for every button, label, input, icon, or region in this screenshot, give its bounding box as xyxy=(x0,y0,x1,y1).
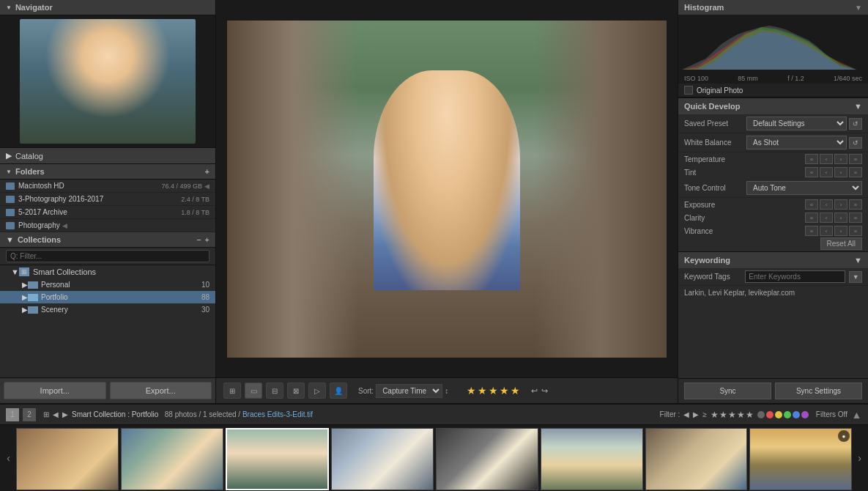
collections-minus-btn[interactable]: − xyxy=(196,235,201,244)
sort-label: Sort: xyxy=(358,387,374,395)
page-2-btn[interactable]: 2 xyxy=(23,408,36,421)
sort-select[interactable]: Capture Time File Name Rating xyxy=(376,384,442,398)
folder-photography-2017[interactable]: 3-Photography 2016-2017 2.4 / 8 TB xyxy=(0,193,215,206)
exp-dec-btn[interactable]: ‹ xyxy=(820,199,833,210)
keywording-label: Keywording xyxy=(684,256,730,265)
star-1: ★ xyxy=(467,385,476,396)
filter-dot-red[interactable] xyxy=(766,411,774,418)
catalog-header[interactable]: ▶ Catalog xyxy=(0,148,215,164)
smart-collections-icon: ⊞ xyxy=(19,267,29,276)
folders-add-btn[interactable]: + xyxy=(205,167,209,176)
white-balance-select[interactable]: As Shot xyxy=(746,136,847,149)
collections-header[interactable]: ▼ Collections − + xyxy=(0,232,215,248)
temp-dec-large-btn[interactable]: « xyxy=(805,154,818,164)
filter-dot-yellow[interactable] xyxy=(775,411,782,418)
filter-dot-gray[interactable] xyxy=(757,411,765,418)
navigate-fwd-btn[interactable]: ↪ xyxy=(541,386,548,396)
clarity-inc-btn[interactable]: › xyxy=(834,213,847,223)
temp-inc-large-btn[interactable]: » xyxy=(849,154,862,164)
navigate-back-btn[interactable]: ↩ xyxy=(531,386,538,396)
original-photo-checkbox[interactable] xyxy=(684,86,693,95)
clarity-dec-large-btn[interactable]: « xyxy=(805,213,818,223)
filmstrip-scroll-left[interactable]: ‹ xyxy=(3,428,14,488)
star-rating[interactable]: ★ ★ ★ ★ ★ xyxy=(467,385,520,396)
white-balance-reset-btn[interactable]: ↺ xyxy=(849,137,862,149)
filmstrip: 1 2 ⊞ ◀ ▶ Smart Collection : Portfolio 8… xyxy=(0,403,868,491)
reset-all-button[interactable]: Reset All xyxy=(820,237,862,250)
loupe-view-btn[interactable]: ▭ xyxy=(245,383,262,399)
temp-inc-btn[interactable]: › xyxy=(834,154,847,164)
collection-personal[interactable]: ▶ Personal 10 xyxy=(0,278,215,291)
compare-view-btn[interactable]: ⊟ xyxy=(266,383,283,399)
folder-photography[interactable]: Photography ◀ xyxy=(0,219,215,232)
photo-count: 88 photos / 1 selected / xyxy=(165,410,240,418)
filmstrip-thumb-3[interactable] xyxy=(226,428,330,490)
tint-row: Tint « ‹ › » xyxy=(678,166,868,179)
histogram-header[interactable]: Histogram ▼ xyxy=(678,0,868,15)
slideshow-btn[interactable]: ▷ xyxy=(308,383,326,399)
filter-stars[interactable]: ★ ★ ★ ★ ★ xyxy=(711,410,754,420)
collection-portfolio[interactable]: ▶ Portfolio 88 xyxy=(0,291,215,303)
saved-preset-select[interactable]: Default Settings xyxy=(746,117,847,130)
filter-dot-blue[interactable] xyxy=(793,411,800,418)
collection-count-portfolio: 88 xyxy=(201,293,209,301)
filter-fwd-btn[interactable]: ▶ xyxy=(693,410,699,418)
filmstrip-scroll-right[interactable]: › xyxy=(854,428,865,488)
vib-dec-large-btn[interactable]: « xyxy=(805,226,818,236)
sync-settings-button[interactable]: Sync Settings xyxy=(775,383,862,399)
sync-button[interactable]: Sync xyxy=(684,383,771,399)
clarity-dec-btn[interactable]: ‹ xyxy=(820,213,833,223)
survey-view-btn[interactable]: ⊠ xyxy=(287,383,305,399)
filter-row: Filter : ◀ ▶ ≥ ★ ★ ★ ★ ★ Filters Off xyxy=(660,410,847,420)
panel-expand-btn[interactable]: ▲ xyxy=(851,409,862,421)
people-btn[interactable]: 👤 xyxy=(330,383,347,399)
filter-back-btn[interactable]: ◀ xyxy=(683,410,689,418)
vib-inc-large-btn[interactable]: » xyxy=(849,226,862,236)
clarity-inc-large-btn[interactable]: » xyxy=(849,213,862,223)
temp-dec-btn[interactable]: ‹ xyxy=(820,154,833,164)
catalog-label: Catalog xyxy=(15,152,43,160)
page-1-btn[interactable]: 1 xyxy=(6,408,19,421)
collections-search-input[interactable] xyxy=(6,250,209,262)
filmstrip-thumb-6[interactable] xyxy=(541,428,643,490)
sort-direction-btn[interactable]: ↕ xyxy=(445,387,448,395)
folder-macintosh[interactable]: Macintosh HD 76.4 / 499 GB ◀ xyxy=(0,180,215,193)
filmstrip-thumb-1[interactable] xyxy=(16,428,119,490)
grid-view-btn[interactable]: ⊞ xyxy=(223,383,241,399)
export-button[interactable]: Export... xyxy=(110,382,212,399)
keyword-tags-dropdown-btn[interactable]: ▼ xyxy=(849,271,862,283)
keyword-tags-input[interactable] xyxy=(745,270,845,283)
filmstrip-thumb-2[interactable] xyxy=(121,428,223,490)
next-page-btn[interactable]: ▶ xyxy=(62,410,68,418)
exp-dec-large-btn[interactable]: « xyxy=(805,199,818,210)
filters-off-label: Filters Off xyxy=(816,410,847,418)
tint-dec-large-btn[interactable]: « xyxy=(805,167,818,177)
saved-preset-reset-btn[interactable]: ↺ xyxy=(849,118,862,130)
tint-inc-btn[interactable]: › xyxy=(834,167,847,177)
exp-inc-btn[interactable]: › xyxy=(834,199,847,210)
collections-plus-btn[interactable]: + xyxy=(205,235,209,244)
tone-control-select[interactable]: Auto Tone xyxy=(746,181,862,195)
grid-btn[interactable]: ⊞ xyxy=(43,410,49,418)
tint-inc-large-btn[interactable]: » xyxy=(849,167,862,177)
quick-develop-header[interactable]: Quick Develop ▼ xyxy=(678,98,868,114)
tint-dec-btn[interactable]: ‹ xyxy=(820,167,833,177)
collection-scenery[interactable]: ▶ Scenery 30 xyxy=(0,303,215,316)
smart-collections-header[interactable]: ▼ ⊞ Smart Collections xyxy=(0,265,215,278)
filter-dot-purple[interactable] xyxy=(801,411,809,418)
vib-inc-btn[interactable]: › xyxy=(834,226,847,236)
keywording-header[interactable]: Keywording ▼ xyxy=(678,252,868,268)
filmstrip-thumb-8[interactable]: ● xyxy=(749,428,852,490)
import-button[interactable]: Import... xyxy=(4,382,106,399)
filmstrip-thumb-7[interactable] xyxy=(645,428,748,490)
thumb-photo xyxy=(20,19,196,144)
filmstrip-thumb-4[interactable] xyxy=(331,428,434,490)
filter-dot-green[interactable] xyxy=(784,411,791,418)
filmstrip-thumb-5[interactable] xyxy=(436,428,538,490)
exp-inc-large-btn[interactable]: » xyxy=(849,199,862,210)
prev-page-btn[interactable]: ◀ xyxy=(53,410,59,418)
folder-archive-2017[interactable]: 5-2017 Archive 1.8 / 8 TB xyxy=(0,206,215,219)
folders-header[interactable]: ▼ Folders + xyxy=(0,164,215,180)
vib-dec-btn[interactable]: ‹ xyxy=(820,226,833,236)
navigator-header[interactable]: ▼ Navigator xyxy=(0,0,215,15)
